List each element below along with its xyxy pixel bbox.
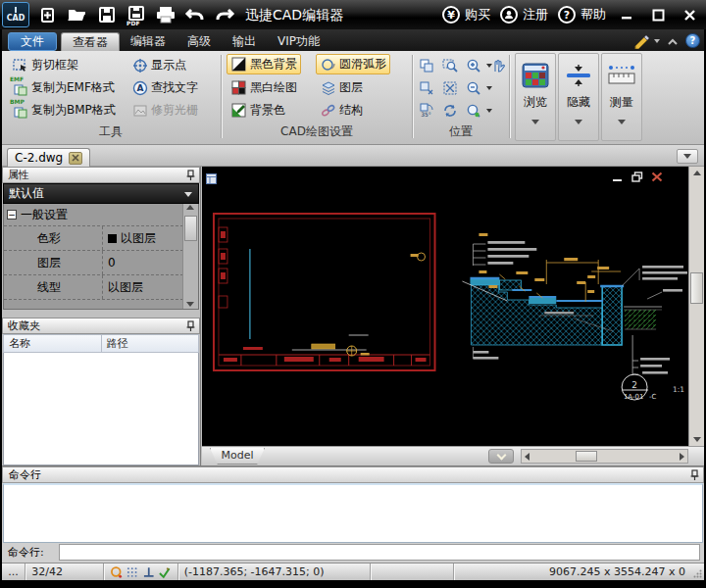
smooth-arc-button[interactable]: 圆滑弧形	[316, 54, 390, 74]
maximize-button[interactable]	[647, 6, 669, 24]
file-menu-button[interactable]: 文件	[8, 32, 57, 51]
preset-dropdown[interactable]: 默认值	[3, 183, 199, 204]
status-overflow[interactable]: ...	[2, 564, 25, 580]
measure-button[interactable]: 测量	[601, 53, 642, 141]
buy-button[interactable]: ¥ 购买	[442, 6, 490, 24]
layout-chevron-button[interactable]	[488, 449, 514, 464]
resize-grip[interactable]	[691, 564, 704, 580]
bw-drawing-button[interactable]: 黑白绘图	[227, 77, 301, 98]
open-file-button[interactable]	[63, 2, 92, 27]
zoom-window-button[interactable]	[440, 55, 459, 75]
doc-tab-close-button[interactable]	[69, 152, 82, 165]
help-button[interactable]: ? 帮助	[558, 6, 606, 24]
copy-bmp-button[interactable]: BMP 复制为BMP格式	[8, 100, 120, 121]
command-input[interactable]	[59, 544, 700, 561]
pan-button[interactable]	[488, 55, 507, 75]
drawing-canvas[interactable]: 2 1A-01 -C 1:1	[202, 167, 688, 446]
vscroll-down-icon[interactable]	[693, 437, 701, 442]
vscroll-up-icon[interactable]	[693, 171, 701, 175]
menubar: 文件 查看器 编辑器 高级 输出 VIP功能 ?	[2, 29, 704, 51]
app-logo[interactable]: CAD	[2, 2, 29, 27]
property-label: 图层	[4, 251, 102, 274]
canvas-hscrollbar[interactable]	[521, 449, 688, 464]
browse-label: 浏览	[524, 94, 547, 111]
canvas-vscrollbar[interactable]	[688, 167, 704, 446]
show-points-button[interactable]: 显示点	[127, 55, 190, 75]
child-close-button[interactable]	[651, 172, 663, 182]
property-section-row[interactable]: − 一般设置	[4, 204, 198, 226]
hscroll-left-icon[interactable]	[525, 453, 530, 461]
vscroll-thumb[interactable]	[690, 272, 703, 304]
black-bg-button[interactable]: 黑色背景	[227, 54, 301, 74]
browse-button[interactable]: 浏览	[515, 53, 556, 141]
hscroll-thumb[interactable]	[576, 451, 597, 462]
property-scrollbar[interactable]	[182, 204, 198, 309]
tab-editor[interactable]: 编辑器	[120, 32, 176, 51]
zoom-out-button[interactable]	[464, 77, 493, 98]
collapse-expander-icon[interactable]: −	[7, 210, 17, 220]
style-pen-button[interactable]	[632, 33, 660, 49]
register-button[interactable]: 注册	[500, 6, 548, 24]
zoom-previous-button[interactable]	[440, 100, 459, 121]
favorites-list[interactable]	[3, 353, 199, 466]
paste-view-button[interactable]	[417, 77, 435, 98]
favorites-pin-button[interactable]	[185, 320, 196, 336]
command-pin-button[interactable]	[689, 469, 700, 485]
property-value[interactable]: 0	[102, 251, 181, 274]
hide-button[interactable]: 隐藏	[558, 53, 599, 141]
fit-extents-button[interactable]	[440, 77, 459, 98]
trim-raster-icon	[131, 102, 148, 119]
doc-tab-active[interactable]: C-2.dwg	[7, 148, 90, 167]
find-text-button[interactable]: A 查找文字	[127, 77, 202, 98]
copy-emf-button[interactable]: EMF 复制为EMF格式	[8, 77, 119, 98]
property-value[interactable]: 以图层	[102, 275, 181, 299]
zoom-all-button[interactable]	[464, 100, 493, 121]
tab-list-dropdown-icon	[683, 154, 691, 159]
layers-button[interactable]: 图层	[316, 77, 367, 98]
bg-color-button[interactable]: 背景色	[227, 100, 289, 121]
scroll-down-icon[interactable]	[186, 302, 194, 307]
ribbon: 剪切框架 EMF 复制为EMF格式 BMP 复制为BMP格式 显示点 A 查找文…	[2, 51, 704, 145]
undo-button[interactable]	[180, 2, 210, 27]
ortho-toggle-icon[interactable]	[142, 565, 156, 579]
cut-frame-button[interactable]: 剪切框架	[8, 55, 82, 75]
tab-list-dropdown-button[interactable]	[677, 149, 698, 164]
save-pdf-button[interactable]: PDF	[122, 2, 151, 27]
minimize-button[interactable]	[616, 6, 637, 24]
osnap-toggle-icon[interactable]	[110, 565, 124, 579]
child-restore-button[interactable]	[631, 172, 643, 182]
scroll-thumb[interactable]	[184, 216, 197, 241]
bubble-number: 2	[631, 380, 637, 390]
tab-output[interactable]: 输出	[222, 32, 267, 51]
print-button[interactable]	[151, 2, 180, 27]
question-icon: ?	[558, 6, 576, 24]
close-button[interactable]	[679, 6, 700, 24]
model-tab[interactable]: Model	[210, 448, 265, 465]
tab-vip[interactable]: VIP功能	[267, 32, 330, 51]
tab-viewer[interactable]: 查看器	[61, 32, 120, 51]
child-minimize-button[interactable]	[612, 172, 624, 182]
save-button[interactable]	[92, 2, 122, 27]
collapse-ribbon-button[interactable]	[668, 31, 678, 50]
favorites-col-name[interactable]: 名称	[3, 334, 102, 353]
hscroll-right-icon[interactable]	[680, 453, 684, 461]
property-value[interactable]: 以图层	[102, 226, 181, 250]
copy-view-button[interactable]	[417, 55, 435, 75]
command-panel: 命令行 命令行:	[2, 466, 704, 563]
save-icon	[97, 5, 117, 24]
maximize-icon	[652, 9, 665, 22]
tab-advanced[interactable]: 高级	[176, 32, 222, 51]
new-file-button[interactable]	[33, 2, 63, 27]
favorites-columns: 名称 路径	[3, 334, 199, 353]
polar-toggle-icon[interactable]	[158, 565, 172, 579]
grid-toggle-icon[interactable]	[126, 565, 139, 579]
structure-button[interactable]: 结构	[316, 100, 367, 121]
ribbon-help-button[interactable]: ?	[685, 33, 700, 48]
rotate-view-button[interactable]: 35°	[417, 100, 435, 121]
redo-button[interactable]	[210, 2, 239, 27]
favorites-col-path[interactable]: 路径	[102, 334, 200, 353]
command-history[interactable]	[3, 483, 703, 543]
scroll-up-icon[interactable]	[186, 205, 194, 210]
canvas-container: 2 1A-01 -C 1:1	[202, 167, 704, 466]
property-row-layer: 图层 0	[4, 251, 198, 275]
